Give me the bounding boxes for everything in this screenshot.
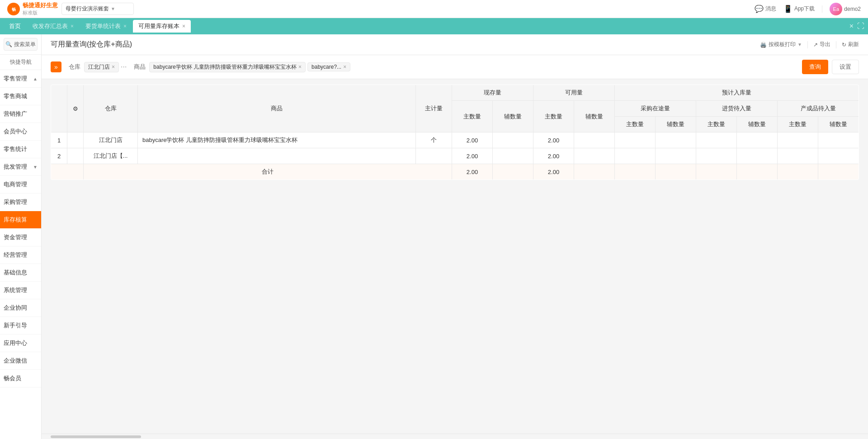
quick-nav-btn[interactable]: 快捷导航 (0, 55, 41, 70)
th-avail-aux: 辅数量 (574, 101, 615, 132)
sidebar-label-operations: 经营管理 (4, 251, 27, 259)
th-purchase-pending: 进货待入量 (696, 101, 778, 117)
sidebar: 🔍 搜索菜单 快捷导航 零售管理 ▲ 零售商城 营销推广 会员中心 零售统计 批… (0, 34, 42, 439)
sidebar-item-new-guide[interactable]: 新手引导 (0, 317, 41, 335)
logo-area: 畅 畅捷通好生意 标准版 (7, 1, 58, 16)
app-icon: 📱 (783, 5, 793, 13)
tab-available[interactable]: 可用量库存账本 × (133, 20, 191, 33)
cell-warehouse-2: 江北门店【... (84, 148, 138, 164)
query-btn[interactable]: 查询 (802, 60, 828, 74)
tab-receipt-close[interactable]: × (71, 23, 74, 29)
cell-unit-2 (416, 148, 452, 164)
print-label: 按模板打印 (769, 41, 796, 48)
cell-pt-main-2 (615, 148, 656, 164)
warehouse-filter-group: 仓库 江北门店 × ··· (69, 62, 127, 72)
search-menu-btn[interactable]: 🔍 搜索菜单 (4, 38, 38, 51)
maximize-btn[interactable]: ⛶ (857, 22, 864, 30)
sidebar-label-basic: 基础信息 (4, 269, 27, 277)
sidebar-item-basic[interactable]: 基础信息 (0, 264, 41, 282)
sidebar-item-marketing[interactable]: 营销推广 (0, 105, 41, 123)
sidebar-item-zero-retail[interactable]: 零售管理 ▲ (0, 70, 41, 88)
product-tag2-text: babycare?... (311, 64, 341, 70)
warehouse-tags: 江北门店 × ··· (84, 62, 127, 72)
sidebar-label-zero-retail: 零售管理 (4, 75, 27, 83)
settings-icon: ⚙ (73, 105, 78, 112)
tab-home[interactable]: 首页 (4, 20, 26, 33)
th-purchase-transit: 采购在途量 (615, 101, 696, 117)
sidebar-item-retail-stats[interactable]: 零售统计 (0, 141, 41, 158)
warehouse-tag[interactable]: 江北门店 × (84, 62, 119, 72)
sidebar-item-vip[interactable]: 畅会员 (0, 370, 41, 387)
sidebar-item-member[interactable]: 会员中心 (0, 123, 41, 141)
sidebar-item-ecommerce[interactable]: 电商管理 (0, 176, 41, 194)
sidebar-label-marketing: 营销推广 (4, 110, 27, 118)
total-pt-aux (656, 164, 696, 180)
sidebar-item-inventory[interactable]: 库存核算 (0, 211, 41, 229)
page-header: 可用量查询(按仓库+商品) 🖨️ 按模板打印 ▼ ↗ 导出 ↻ (42, 34, 868, 55)
sidebar-label-retail-stats: 零售统计 (4, 145, 27, 153)
cell-rownum-2: 2 (51, 148, 67, 164)
export-btn[interactable]: ↗ 导出 (813, 41, 830, 48)
sidebar-item-finance[interactable]: 资金管理 (0, 229, 41, 246)
refresh-label: 刷新 (848, 41, 859, 48)
sidebar-item-purchase[interactable]: 采购管理 (0, 194, 41, 211)
warehouse-tag-close[interactable]: × (112, 64, 115, 70)
horizontal-scrollbar[interactable] (51, 435, 141, 438)
tab-order[interactable]: 要货单统计表 × (80, 20, 132, 33)
user-area[interactable]: Ea demo2 (830, 3, 861, 15)
refresh-btn[interactable]: ↻ 刷新 (842, 41, 859, 48)
filter-area: » 仓库 江北门店 × ··· 商品 (42, 55, 868, 79)
page-title: 可用量查询(按仓库+商品) (51, 40, 132, 55)
product-tag1[interactable]: babycare学饮杯 儿童防摔防撞吸管杯重力球吸嘴杯宝宝水杯 × (149, 62, 306, 72)
cell-pp-aux-1 (737, 132, 778, 148)
total-label: 合计 (84, 164, 452, 180)
app-download-btn[interactable]: 📱 App下载 (783, 5, 815, 13)
cell-avail-aux-1 (574, 132, 615, 148)
print-icon: 🖨️ (760, 42, 767, 48)
tab-receipt[interactable]: 收发存汇总表 × (27, 20, 79, 33)
sidebar-item-wholesale[interactable]: 批发管理 ▼ (0, 158, 41, 176)
product-tag2[interactable]: babycare?... × (307, 62, 350, 71)
logo-text-area: 畅捷通好生意 标准版 (23, 1, 58, 16)
cell-avail-main-1: 2.00 (533, 132, 574, 148)
sidebar-item-retail-mall[interactable]: 零售商城 (0, 88, 41, 105)
sidebar-item-enterprise-wechat[interactable]: 企业微信 (0, 352, 41, 370)
cell-pp-main-1 (696, 132, 737, 148)
main-layout: 🔍 搜索菜单 快捷导航 零售管理 ▲ 零售商城 营销推广 会员中心 零售统计 批… (0, 34, 868, 439)
tab-bar: 首页 收发存汇总表 × 要货单统计表 × 可用量库存账本 × × ⛶ (0, 18, 868, 34)
total-label-cell (51, 164, 84, 180)
sidebar-label-enterprise-wechat: 企业微信 (4, 357, 27, 365)
header-divider (822, 5, 822, 13)
sidebar-item-app-center[interactable]: 应用中心 (0, 335, 41, 352)
total-pt-main (615, 164, 656, 180)
warehouse-tag-text: 江北门店 (88, 63, 110, 71)
tab-available-close[interactable]: × (182, 23, 185, 29)
sidebar-item-operations[interactable]: 经营管理 (0, 246, 41, 264)
th-settings[interactable]: ⚙ (67, 85, 84, 132)
sidebar-item-enterprise[interactable]: 企业协同 (0, 299, 41, 317)
refresh-icon: ↻ (842, 42, 846, 48)
warehouse-more-btn[interactable]: ··· (121, 63, 127, 71)
logo-subtitle-text: 标准版 (23, 9, 58, 16)
settings-btn[interactable]: 设置 (832, 60, 859, 74)
message-btn[interactable]: 💬 消息 (755, 5, 776, 13)
cell-pp-aux-2 (737, 148, 778, 164)
tab-bar-actions: × ⛶ (849, 22, 864, 30)
avatar-initials: Ea (833, 6, 839, 12)
th-rownum (51, 85, 67, 132)
industry-selector[interactable]: 母婴行业演示账套 ▼ (61, 3, 134, 15)
product-tag1-close[interactable]: × (298, 64, 302, 70)
filter-toggle-btn[interactable]: » (51, 61, 61, 72)
logo-main-text: 畅捷通好生意 (23, 1, 58, 9)
cell-prod-main-1 (778, 132, 818, 148)
total-avail-aux (574, 164, 615, 180)
product-tag2-close[interactable]: × (343, 64, 346, 70)
cell-avail-main-2: 2.00 (533, 148, 574, 164)
sidebar-label-vip: 畅会员 (4, 374, 21, 382)
close-all-btn[interactable]: × (849, 22, 854, 30)
sidebar-item-system[interactable]: 系统管理 (0, 282, 41, 299)
cell-cur-main-2: 2.00 (452, 148, 493, 164)
print-btn[interactable]: 🖨️ 按模板打印 ▼ (760, 41, 802, 48)
tab-order-close[interactable]: × (123, 23, 127, 29)
app-download-label: App下载 (794, 5, 815, 13)
